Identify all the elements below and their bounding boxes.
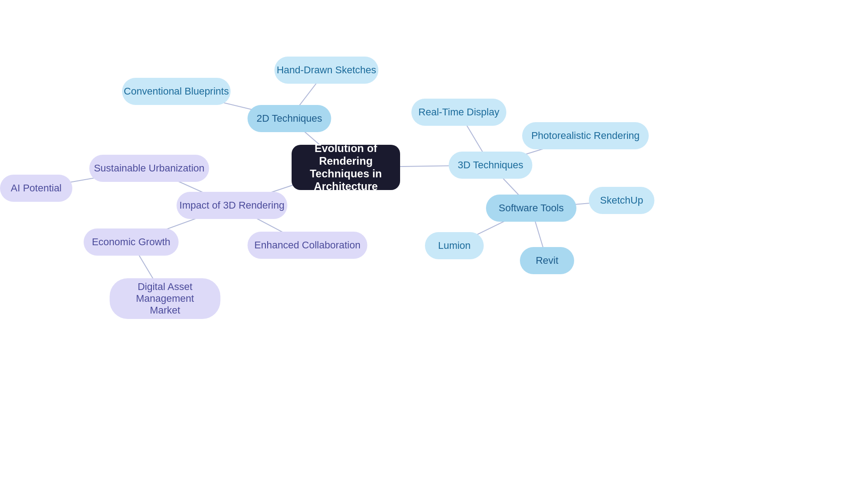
- mind-map: Evolution of Rendering Techniques in Arc…: [0, 0, 868, 490]
- node-ai-potential[interactable]: AI Potential: [0, 175, 72, 202]
- node-hand-drawn[interactable]: Hand-Drawn Sketches: [274, 57, 378, 84]
- node-real-time[interactable]: Real-Time Display: [411, 99, 506, 126]
- node-economic[interactable]: Economic Growth: [84, 228, 179, 256]
- node-enhanced[interactable]: Enhanced Collaboration: [248, 232, 368, 259]
- node-software-tools[interactable]: Software Tools: [486, 195, 576, 222]
- center-node[interactable]: Evolution of Rendering Techniques in Arc…: [292, 145, 400, 190]
- node-lumion[interactable]: Lumion: [425, 232, 484, 259]
- node-photorealistic[interactable]: Photorealistic Rendering: [522, 122, 649, 149]
- node-impact[interactable]: Impact of 3D Rendering: [177, 192, 288, 219]
- node-revit[interactable]: Revit: [520, 247, 574, 274]
- node-3d-techniques[interactable]: 3D Techniques: [449, 152, 533, 179]
- node-conventional[interactable]: Conventional Blueprints: [122, 78, 231, 105]
- node-sustainable[interactable]: Sustainable Urbanization: [90, 155, 209, 182]
- node-digital-asset[interactable]: Digital Asset Management Market: [110, 278, 221, 319]
- node-2d-techniques[interactable]: 2D Techniques: [248, 105, 331, 132]
- node-sketchup[interactable]: SketchUp: [589, 187, 655, 214]
